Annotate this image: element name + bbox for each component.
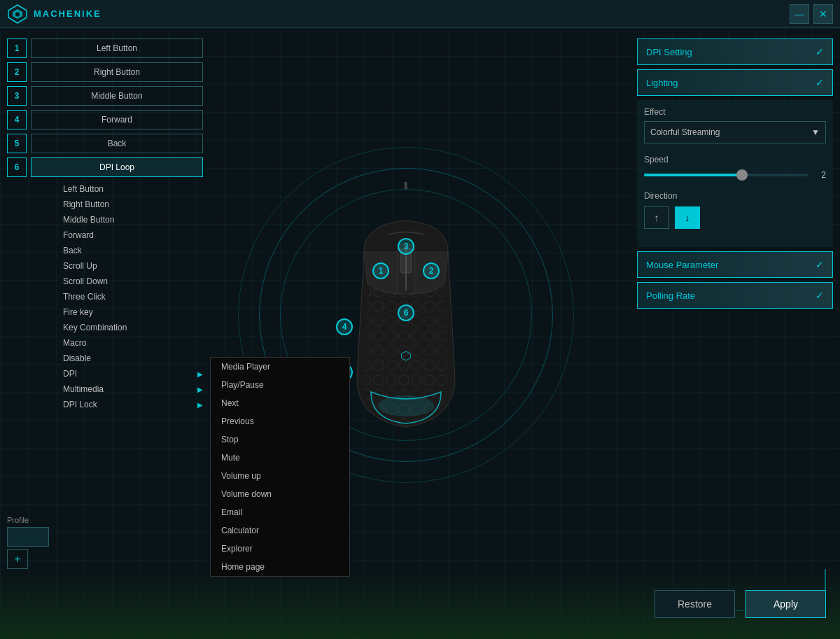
submenu-item-mute[interactable]: Mute: [211, 449, 349, 467]
close-button[interactable]: ✕: [813, 4, 833, 24]
title-bar: MACHENIKE — ✕: [0, 0, 840, 28]
button-number-1: 1: [7, 38, 27, 58]
mouse-parameter-header[interactable]: Mouse Parameter ✓: [637, 251, 833, 278]
button-row-2: 2 Right Button: [7, 62, 203, 82]
button-number-3: 3: [7, 86, 27, 106]
list-item-three-click[interactable]: Three Click: [63, 289, 203, 304]
button-row-5: 5 Back: [7, 134, 203, 153]
profile-box[interactable]: [7, 527, 49, 547]
list-item-middle-button[interactable]: Middle Button: [63, 212, 203, 227]
profile-label: Profile: [7, 516, 49, 524]
direction-label: Direction: [644, 191, 826, 201]
effect-select[interactable]: Colorful Streaming ▼: [644, 121, 826, 143]
submenu-item-play-pause[interactable]: Play/Pause: [211, 376, 349, 394]
polling-rate-title: Polling Rate: [646, 290, 695, 301]
list-item-key-combination[interactable]: Key Combination: [63, 320, 203, 335]
dropdown-list: Left Button Right Button Middle Button F…: [7, 181, 203, 412]
list-item-scroll-up[interactable]: Scroll Up: [63, 258, 203, 274]
title-bar-left: MACHENIKE: [7, 3, 102, 24]
left-panel: 1 Left Button 2 Right Button 3 Middle Bu…: [0, 28, 210, 639]
brand-logo-icon: [7, 3, 28, 24]
effect-label: Effect: [644, 107, 826, 117]
minimize-button[interactable]: —: [790, 4, 809, 24]
effect-dropdown-icon: ▼: [811, 127, 820, 137]
submenu-item-next[interactable]: Next: [211, 394, 349, 412]
speed-slider-fill: [644, 174, 742, 176]
restore-button[interactable]: Restore: [654, 590, 735, 618]
submenu-item-volume-up[interactable]: Volume up: [211, 467, 349, 485]
dpi-setting-header[interactable]: DPI Setting ✓: [637, 38, 833, 65]
submenu-item-volume-down[interactable]: Volume down: [211, 485, 349, 503]
right-panel: DPI Setting ✓ Lighting ✓ Effect Colorful…: [630, 28, 840, 639]
submenu-item-stop[interactable]: Stop: [211, 430, 349, 449]
button-label-3[interactable]: Middle Button: [31, 86, 203, 106]
speed-label: Speed: [644, 155, 826, 164]
mouse-label-4: 4: [336, 318, 353, 335]
direction-buttons: ↑ ↓: [644, 206, 826, 229]
list-item-back[interactable]: Back: [63, 243, 203, 258]
submenu-item-previous[interactable]: Previous: [211, 412, 349, 430]
lighting-arrow-icon: ✓: [816, 77, 824, 88]
list-item-scroll-down[interactable]: Scroll Down: [63, 274, 203, 289]
up-arrow-icon: ↑: [654, 212, 659, 223]
button-label-5[interactable]: Back: [31, 134, 203, 153]
lighting-header[interactable]: Lighting ✓: [637, 69, 833, 96]
direction-up-button[interactable]: ↑: [644, 206, 669, 229]
profile-add-button[interactable]: +: [7, 549, 28, 569]
button-number-2: 2: [7, 62, 27, 82]
svg-point-6: [378, 395, 434, 416]
list-item-left-button[interactable]: Left Button: [63, 181, 203, 197]
main-area: 1 Left Button 2 Right Button 3 Middle Bu…: [0, 28, 840, 639]
list-item-dpi-lock[interactable]: DPI Lock ▶: [63, 397, 203, 412]
button-row-1: 1 Left Button: [7, 38, 203, 58]
button-label-2[interactable]: Right Button: [31, 62, 203, 82]
mouse-parameter-arrow-icon: ✓: [816, 259, 824, 270]
submenu-item-explorer[interactable]: Explorer: [211, 540, 349, 558]
speed-value: 2: [815, 170, 826, 180]
button-number-6: 6: [7, 157, 27, 177]
polling-rate-arrow-icon: ✓: [816, 290, 824, 301]
list-item-macro[interactable]: Macro: [63, 335, 203, 351]
dpi-setting-arrow-icon: ✓: [816, 46, 824, 57]
list-item-multimedia-label: Multimedia: [63, 384, 104, 394]
polling-rate-header[interactable]: Polling Rate ✓: [637, 282, 833, 309]
dpi-setting-title: DPI Setting: [646, 47, 692, 57]
submenu-item-media-player[interactable]: Media Player: [211, 358, 349, 376]
button-number-4: 4: [7, 110, 27, 129]
speed-slider-row: 2: [644, 170, 826, 180]
submenu-item-email[interactable]: Email: [211, 503, 349, 521]
direction-down-button[interactable]: ↓: [675, 206, 700, 229]
submenu-item-calculator[interactable]: Calculator: [211, 521, 349, 540]
button-row-6: 6 DPI Loop: [7, 157, 203, 177]
lighting-content: Effect Colorful Streaming ▼ Speed 2 Dire…: [637, 100, 833, 247]
list-item-fire-key[interactable]: Fire key: [63, 304, 203, 320]
button-label-6[interactable]: DPI Loop: [31, 157, 203, 177]
bottom-buttons: Restore Apply: [654, 590, 826, 618]
list-item-dpi[interactable]: DPI ▶: [63, 366, 203, 381]
profile-section: Profile +: [7, 516, 49, 569]
list-item-disable[interactable]: Disable: [63, 351, 203, 366]
mouse-label-6: 6: [398, 304, 414, 321]
title-bar-controls: — ✕: [790, 4, 833, 24]
down-arrow-icon: ↓: [685, 212, 690, 223]
speed-slider-thumb[interactable]: [736, 169, 748, 181]
mouse-parameter-title: Mouse Parameter: [646, 260, 718, 270]
speed-slider-track[interactable]: [644, 174, 808, 176]
button-row-4: 4 Forward: [7, 110, 203, 129]
submenu-item-home-page[interactable]: Home page: [211, 558, 349, 576]
button-label-4[interactable]: Forward: [31, 110, 203, 129]
list-item-forward[interactable]: Forward: [63, 227, 203, 243]
list-item-right-button[interactable]: Right Button: [63, 197, 203, 212]
button-row-3: 3 Middle Button: [7, 86, 203, 106]
lighting-title: Lighting: [646, 78, 678, 88]
list-item-dpi-lock-label: DPI Lock: [63, 400, 97, 409]
arrow-icon: ▶: [197, 370, 203, 378]
button-label-1[interactable]: Left Button: [31, 38, 203, 58]
mouse-label-3: 3: [398, 238, 414, 255]
effect-value: Colorful Streaming: [650, 127, 720, 137]
list-item-dpi-label: DPI: [63, 369, 77, 379]
multimedia-submenu: Media Player Play/Pause Next Previous St…: [210, 357, 350, 577]
brand-name: MACHENIKE: [34, 8, 102, 19]
list-item-multimedia[interactable]: Multimedia ▶: [63, 381, 203, 397]
apply-button[interactable]: Apply: [746, 590, 826, 618]
